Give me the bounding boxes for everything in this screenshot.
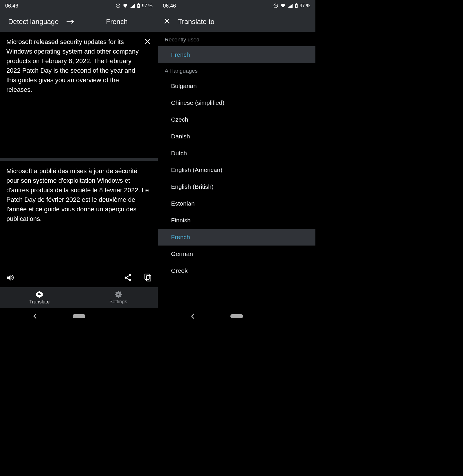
language-option[interactable]: Dutch — [158, 145, 315, 162]
svg-rect-13 — [146, 276, 151, 281]
header-title: Translate to — [178, 18, 214, 26]
speak-button[interactable] — [6, 273, 14, 283]
nav-back-button[interactable] — [32, 313, 38, 320]
speaker-icon — [6, 273, 14, 282]
status-bar: 06:46 97 % — [0, 0, 158, 12]
dnd-icon — [273, 3, 278, 8]
nav-bar — [158, 308, 315, 324]
wifi-icon — [280, 3, 286, 8]
status-icons: 97 % — [273, 3, 310, 8]
gear-icon — [115, 291, 122, 298]
source-text-area[interactable]: Microsoft released security updates for … — [0, 32, 158, 158]
svg-rect-3 — [138, 3, 139, 4]
battery-percent: 97 % — [300, 3, 310, 8]
language-option[interactable]: French — [158, 46, 315, 63]
close-button[interactable] — [163, 18, 170, 26]
svg-rect-19 — [118, 297, 119, 298]
language-option[interactable]: Finnish — [158, 212, 315, 229]
svg-line-11 — [126, 278, 129, 280]
svg-point-17 — [117, 294, 120, 296]
status-time: 06:46 — [5, 3, 18, 9]
language-option[interactable]: Bulgarian — [158, 78, 315, 94]
svg-rect-12 — [145, 274, 149, 279]
share-button[interactable] — [124, 273, 132, 283]
language-option[interactable]: Czech — [158, 111, 315, 128]
tab-translate[interactable]: Translate — [0, 287, 79, 308]
dnd-icon — [115, 3, 121, 8]
language-list[interactable]: Recently used French All languages Bulga… — [158, 32, 315, 308]
svg-line-10 — [126, 275, 129, 277]
nav-back-button[interactable] — [190, 313, 196, 320]
svg-rect-29 — [296, 3, 297, 4]
section-recent: Recently used — [158, 32, 315, 46]
arrow-right-icon[interactable] — [66, 19, 75, 24]
tab-settings-label: Settings — [109, 299, 127, 305]
bottom-tabs: Translate Settings — [0, 287, 158, 308]
translate-to-header: Translate to — [158, 12, 315, 32]
language-header: Detect language French — [0, 12, 158, 32]
target-language-button[interactable]: French — [82, 18, 152, 26]
language-option[interactable]: English (American) — [158, 162, 315, 178]
translation-text: Microsoft a publié des mises à jour de s… — [6, 167, 149, 222]
nav-home-pill[interactable] — [73, 314, 85, 318]
share-icon — [124, 273, 132, 282]
nav-home-pill[interactable] — [230, 314, 243, 318]
language-option[interactable]: English (British) — [158, 178, 315, 195]
chevron-left-icon — [32, 313, 38, 320]
language-option[interactable]: Greek — [158, 262, 315, 279]
translation-text-area: Microsoft a publié des mises à jour de s… — [0, 161, 158, 269]
source-text: Microsoft released security updates for … — [6, 38, 139, 93]
language-option[interactable]: Danish — [158, 128, 315, 145]
language-option[interactable]: Chinese (simplified) — [158, 94, 315, 111]
language-option[interactable]: German — [158, 246, 315, 262]
divider — [0, 158, 158, 161]
copy-icon — [144, 273, 152, 282]
battery-icon — [295, 3, 298, 8]
nav-bar — [0, 308, 158, 324]
language-option[interactable]: French — [158, 229, 315, 246]
svg-rect-18 — [118, 291, 119, 292]
source-language-button[interactable]: Detect language — [6, 18, 59, 26]
tab-translate-label: Translate — [29, 299, 49, 305]
close-icon — [163, 18, 170, 25]
status-icons: 97 % — [115, 3, 153, 8]
translation-actions — [0, 269, 158, 287]
signal-icon — [288, 3, 293, 8]
section-all: All languages — [158, 63, 315, 78]
svg-rect-21 — [120, 294, 122, 295]
status-time: 06:46 — [163, 3, 176, 9]
language-option[interactable]: Estonian — [158, 195, 315, 212]
status-bar: 06:46 97 % — [158, 0, 315, 12]
clear-button[interactable] — [144, 38, 151, 47]
copy-button[interactable] — [144, 273, 152, 283]
battery-icon — [137, 3, 140, 8]
wifi-icon — [122, 3, 128, 8]
translate-icon — [35, 290, 43, 299]
tab-settings[interactable]: Settings — [79, 287, 158, 308]
signal-icon — [130, 3, 135, 8]
battery-percent: 97 % — [142, 3, 153, 8]
svg-rect-20 — [115, 294, 116, 295]
close-icon — [144, 38, 151, 45]
chevron-left-icon — [190, 313, 196, 320]
